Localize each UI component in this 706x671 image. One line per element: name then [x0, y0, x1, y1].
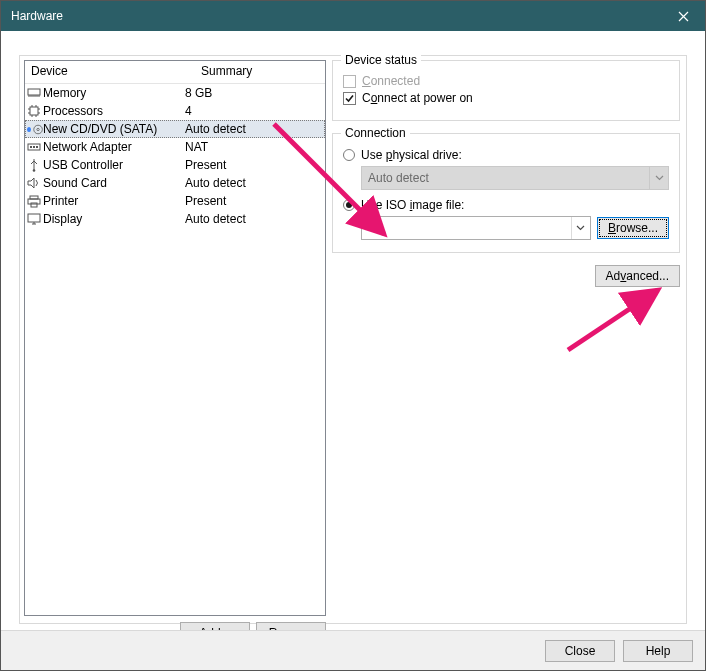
- display-icon: [25, 213, 43, 225]
- device-name: Printer: [43, 194, 183, 208]
- close-icon[interactable]: [661, 1, 705, 31]
- device-row[interactable]: Network AdapterNAT: [25, 138, 325, 156]
- physical-drive-value: Auto detect: [362, 171, 649, 185]
- dialog-footer: Close Help: [1, 630, 705, 670]
- device-row[interactable]: DisplayAuto detect: [25, 210, 325, 228]
- use-physical-row[interactable]: Use physical drive:: [343, 148, 669, 162]
- svg-point-3: [37, 128, 39, 130]
- use-iso-label: Use ISO image file:: [361, 198, 464, 212]
- device-summary: Present: [183, 158, 325, 172]
- device-name: Sound Card: [43, 176, 183, 190]
- content-panel: Device Summary Memory8 GBProcessors4New …: [19, 55, 687, 624]
- device-summary: NAT: [183, 140, 325, 154]
- device-name: Display: [43, 212, 183, 226]
- hardware-dialog: { "title": "Hardware", "columns": { "dev…: [0, 0, 706, 671]
- annotation-arrow-icon: [548, 280, 678, 360]
- right-pane: Device status Connected Connect at power…: [332, 60, 680, 287]
- svg-rect-12: [28, 214, 40, 222]
- connected-label: Connected: [362, 74, 420, 88]
- connection-group: Connection Use physical drive: Auto dete…: [332, 133, 680, 253]
- device-summary: 8 GB: [183, 86, 325, 100]
- device-name: Processors: [43, 104, 183, 118]
- device-status-legend: Device status: [341, 53, 421, 67]
- device-row[interactable]: Processors4: [25, 102, 325, 120]
- titlebar: Hardware: [1, 1, 705, 31]
- device-status-group: Device status Connected Connect at power…: [332, 60, 680, 121]
- device-list[interactable]: Device Summary Memory8 GBProcessors4New …: [24, 60, 326, 616]
- device-list-header: Device Summary: [25, 61, 325, 84]
- column-device[interactable]: Device: [25, 61, 195, 83]
- svg-point-8: [33, 169, 36, 172]
- device-row[interactable]: Memory8 GB: [25, 84, 325, 102]
- device-row[interactable]: New CD/DVD (SATA)Auto detect: [25, 120, 325, 138]
- device-row[interactable]: USB ControllerPresent: [25, 156, 325, 174]
- memory-icon: [25, 87, 43, 99]
- sound-icon: [25, 177, 43, 189]
- device-summary: Present: [183, 194, 325, 208]
- svg-rect-5: [30, 146, 32, 148]
- net-icon: [25, 141, 43, 153]
- device-name: New CD/DVD (SATA): [43, 122, 183, 136]
- window-title: Hardware: [11, 9, 661, 23]
- use-iso-row[interactable]: Use ISO image file:: [343, 198, 669, 212]
- physical-drive-combo: Auto detect: [361, 166, 669, 190]
- device-summary: Auto detect: [183, 176, 325, 190]
- iso-path-combo[interactable]: [361, 216, 591, 240]
- printer-icon: [25, 195, 43, 208]
- connect-poweron-checkbox[interactable]: [343, 92, 356, 105]
- chevron-down-icon: [649, 167, 668, 189]
- cd-icon: [25, 123, 43, 136]
- svg-rect-7: [36, 146, 38, 148]
- connected-checkbox: [343, 75, 356, 88]
- connect-poweron-label: Connect at power on: [362, 91, 473, 105]
- svg-point-2: [34, 125, 43, 134]
- use-physical-label: Use physical drive:: [361, 148, 462, 162]
- left-pane: Device Summary Memory8 GBProcessors4New …: [24, 60, 326, 619]
- use-physical-radio[interactable]: [343, 149, 355, 161]
- cpu-icon: [25, 104, 43, 118]
- device-name: Memory: [43, 86, 183, 100]
- device-summary: Auto detect: [183, 212, 325, 226]
- device-name: USB Controller: [43, 158, 183, 172]
- column-summary[interactable]: Summary: [195, 61, 325, 83]
- close-button[interactable]: Close: [545, 640, 615, 662]
- browse-button[interactable]: Browse...: [597, 217, 669, 239]
- device-summary: 4: [183, 104, 325, 118]
- connection-legend: Connection: [341, 126, 410, 140]
- connected-row: Connected: [343, 74, 669, 88]
- svg-rect-1: [30, 107, 38, 115]
- dialog-body: Device Summary Memory8 GBProcessors4New …: [1, 31, 705, 630]
- use-iso-radio[interactable]: [343, 199, 355, 211]
- device-name: Network Adapter: [43, 140, 183, 154]
- device-row[interactable]: PrinterPresent: [25, 192, 325, 210]
- advanced-button[interactable]: Advanced...: [595, 265, 680, 287]
- chevron-down-icon[interactable]: [571, 217, 590, 239]
- connect-poweron-row[interactable]: Connect at power on: [343, 91, 669, 105]
- svg-rect-0: [28, 89, 40, 95]
- help-button[interactable]: Help: [623, 640, 693, 662]
- svg-rect-6: [33, 146, 35, 148]
- device-row[interactable]: Sound CardAuto detect: [25, 174, 325, 192]
- usb-icon: [25, 158, 43, 172]
- device-summary: Auto detect: [183, 122, 325, 136]
